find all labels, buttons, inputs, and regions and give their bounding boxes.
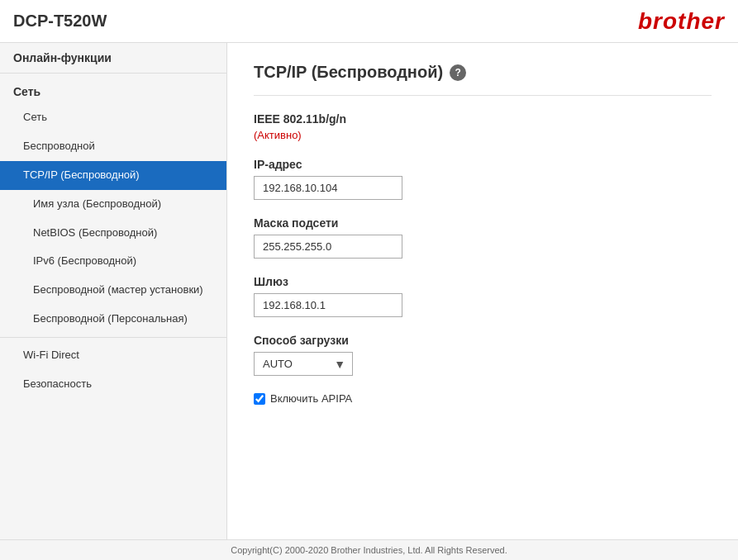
- sidebar-item[interactable]: Беспроводной (мастер установки): [0, 276, 226, 305]
- sidebar-category: Сеть: [0, 77, 226, 103]
- page-title-row: TCP/IP (Беспроводной) ?: [254, 63, 712, 96]
- apipa-label: Включить APIPA: [270, 392, 352, 405]
- sidebar-divider: [0, 337, 226, 338]
- sidebar-item[interactable]: Беспроводной (Персональная): [0, 305, 226, 334]
- bootmethod-field-group: Способ загрузки AUTOSTATICRARPBOOTPDHCP …: [254, 334, 712, 376]
- subnet-label: Маска подсети: [254, 216, 712, 230]
- sidebar-divider: [0, 73, 226, 74]
- apipa-row: Включить APIPA: [254, 392, 712, 405]
- footer-text: Copyright(C) 2000-2020 Brother Industrie…: [231, 545, 507, 555]
- brother-logo: brother: [638, 8, 725, 35]
- subnet-field-group: Маска подсети: [254, 216, 712, 259]
- device-title: DCP-T520W: [13, 12, 107, 31]
- bootmethod-label: Способ загрузки: [254, 334, 712, 347]
- gateway-label: Шлюз: [254, 275, 712, 288]
- main-layout: Онлайн-функцииСетьСетьБеспроводнойTCP/IP…: [0, 43, 738, 539]
- bootmethod-select-wrap: AUTOSTATICRARPBOOTPDHCP ▼: [254, 352, 353, 376]
- sidebar-item[interactable]: IPv6 (Беспроводной): [0, 247, 226, 276]
- bootmethod-select[interactable]: AUTOSTATICRARPBOOTPDHCP: [255, 353, 327, 375]
- header: DCP-T520W brother: [0, 0, 738, 43]
- select-arrow-icon: ▼: [327, 358, 352, 371]
- apipa-checkbox[interactable]: [254, 393, 265, 405]
- sidebar-item[interactable]: Беспроводной: [0, 132, 226, 161]
- help-icon[interactable]: ?: [450, 64, 466, 81]
- sidebar-item[interactable]: Имя узла (Беспроводной): [0, 190, 226, 219]
- gateway-field-group: Шлюз: [254, 275, 712, 317]
- sidebar-item[interactable]: Wi-Fi Direct: [0, 341, 226, 370]
- ip-label: IP-адрес: [254, 158, 712, 171]
- ieee-status: (Активно): [254, 129, 712, 141]
- ip-field-group: IP-адрес: [254, 158, 712, 200]
- sidebar-category: Онлайн-функции: [0, 43, 226, 69]
- ieee-label: IEEE 802.11b/g/n: [254, 112, 712, 126]
- page-title-text: TCP/IP (Беспроводной): [254, 63, 443, 82]
- footer: Copyright(C) 2000-2020 Brother Industrie…: [0, 539, 738, 560]
- ip-input[interactable]: [254, 176, 402, 200]
- sidebar: Онлайн-функцииСетьСетьБеспроводнойTCP/IP…: [0, 43, 227, 539]
- sidebar-item[interactable]: TCP/IP (Беспроводной): [0, 161, 226, 190]
- gateway-input[interactable]: [254, 293, 402, 317]
- subnet-input[interactable]: [254, 235, 402, 259]
- sidebar-item[interactable]: Безопасность: [0, 370, 226, 399]
- sidebar-item[interactable]: Сеть: [0, 103, 226, 132]
- content-area: TCP/IP (Беспроводной) ? IEEE 802.11b/g/n…: [227, 43, 738, 539]
- sidebar-item[interactable]: NetBIOS (Беспроводной): [0, 219, 226, 248]
